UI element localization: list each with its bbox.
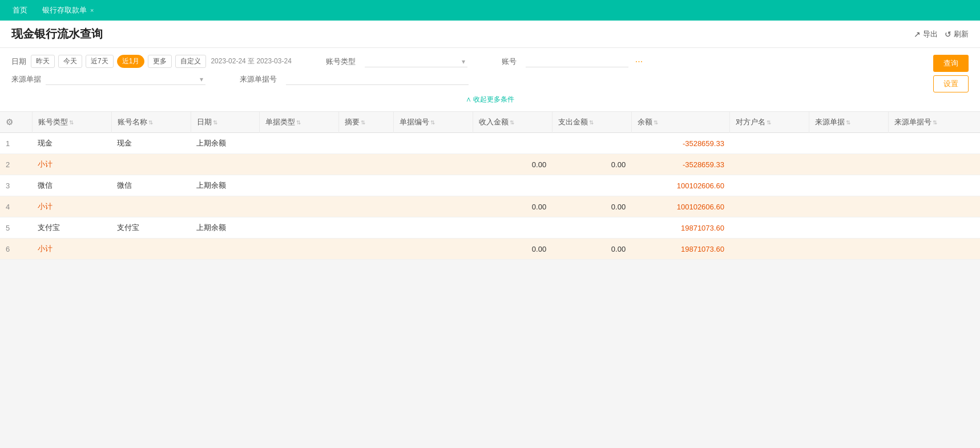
page-header: 现金银行流水查询 ↗ 导出 ↺ 刷新 [0, 21, 980, 48]
source-doc-select-wrapper [46, 74, 205, 85]
date-option-btn[interactable]: 近1月 [117, 55, 145, 68]
table-cell: 上期余额 [191, 175, 260, 196]
account-more-btn[interactable]: ··· [635, 56, 643, 67]
export-button[interactable]: ↗ 导出 [914, 29, 938, 39]
table-cell [473, 133, 552, 154]
nav-home[interactable]: 首页 [5, 0, 35, 21]
table-header-cell[interactable]: 来源单据⇅ [809, 112, 889, 133]
table-header-cell[interactable]: 单据类型⇅ [260, 112, 339, 133]
table-cell [339, 175, 393, 196]
table-cell [809, 175, 889, 196]
table-cell: -3528659.33 [631, 133, 730, 154]
source-doc-no-label: 来源单据号 [240, 74, 277, 84]
date-option-btn[interactable]: 自定义 [175, 55, 206, 68]
table-cell [730, 154, 809, 175]
table-cell: 3 [0, 175, 32, 196]
account-type-select-wrapper: 现金 微信 支付宝 [365, 56, 467, 67]
account-type-select[interactable]: 现金 微信 支付宝 [365, 56, 467, 67]
query-button[interactable]: 查询 [933, 55, 969, 72]
table-cell [809, 133, 889, 154]
table-header-cell[interactable]: 单据编号⇅ [393, 112, 473, 133]
table-header-cell[interactable]: 账号名称⇅ [111, 112, 191, 133]
tab-close-icon[interactable]: × [90, 7, 94, 14]
date-range-text: 2023-02-24 至 2023-03-24 [211, 56, 291, 66]
sort-icon: ⇅ [846, 119, 850, 126]
filter-main-row: 日期 昨天今天近7天近1月更多自定义 2023-02-24 至 2023-03-… [11, 55, 969, 92]
sort-icon: ⇅ [510, 119, 514, 126]
gear-icon[interactable]: ⚙ [6, 117, 13, 127]
refresh-button[interactable]: ↺ 刷新 [945, 29, 969, 39]
table-cell: 0.00 [473, 239, 552, 260]
sort-icon: ⇅ [296, 119, 301, 126]
account-input[interactable] [526, 56, 628, 67]
table-container: ⚙账号类型⇅账号名称⇅日期⇅单据类型⇅摘要⇅单据编号⇅收入金额⇅支出金额⇅余额⇅… [0, 112, 980, 260]
table-cell [339, 217, 393, 239]
table-cell: 19871073.60 [631, 217, 730, 239]
table-cell: 5 [0, 217, 32, 239]
source-doc-select[interactable] [46, 74, 205, 85]
table-row: 1现金现金上期余额-3528659.33 [0, 133, 980, 154]
export-icon: ↗ [914, 30, 921, 39]
table-header-cell[interactable]: 账号类型⇅ [32, 112, 111, 133]
table-cell: 现金 [32, 133, 111, 154]
table-header-cell[interactable]: 收入金额⇅ [473, 112, 552, 133]
right-buttons: 查询 设置 [933, 55, 969, 92]
date-option-btn[interactable]: 今天 [58, 55, 82, 68]
table-cell: 1 [0, 133, 32, 154]
table-cell [889, 154, 980, 175]
table-cell [889, 133, 980, 154]
table-cell [191, 239, 260, 260]
table-cell [260, 196, 339, 217]
table-cell: 上期余额 [191, 217, 260, 239]
table-cell: 小计 [32, 196, 111, 217]
setting-button[interactable]: 设置 [933, 75, 969, 92]
source-doc-no-input[interactable] [286, 74, 469, 85]
table-cell: 小计 [32, 154, 111, 175]
table-cell [111, 196, 191, 217]
table-cell [393, 196, 473, 217]
table-cell: 现金 [111, 133, 191, 154]
filter-row-2: 来源单据 来源单据号 [11, 74, 933, 85]
sort-icon: ⇅ [361, 119, 365, 126]
nav-tab[interactable]: 银行存取款单× [35, 0, 115, 21]
filter-row-1: 日期 昨天今天近7天近1月更多自定义 2023-02-24 至 2023-03-… [11, 55, 933, 68]
table-header-cell[interactable]: 对方户名⇅ [730, 112, 809, 133]
sort-icon: ⇅ [148, 119, 153, 126]
table-cell: 微信 [32, 175, 111, 196]
refresh-icon: ↺ [945, 30, 951, 39]
collapse-bar[interactable]: ∧ 收起更多条件 [11, 92, 969, 107]
table-header: ⚙账号类型⇅账号名称⇅日期⇅单据类型⇅摘要⇅单据编号⇅收入金额⇅支出金额⇅余额⇅… [0, 112, 980, 133]
table-cell [111, 154, 191, 175]
filter-area: 日期 昨天今天近7天近1月更多自定义 2023-02-24 至 2023-03-… [0, 48, 980, 112]
sort-icon: ⇅ [933, 119, 937, 126]
filter-left: 日期 昨天今天近7天近1月更多自定义 2023-02-24 至 2023-03-… [11, 55, 933, 91]
date-option-btn[interactable]: 更多 [148, 55, 172, 68]
table-cell [191, 196, 260, 217]
sort-icon: ⇅ [430, 119, 435, 126]
table-cell: 4 [0, 196, 32, 217]
table-header-cell[interactable]: 支出金额⇅ [552, 112, 631, 133]
table-cell: 小计 [32, 239, 111, 260]
table-cell [339, 133, 393, 154]
table-cell: -3528659.33 [631, 154, 730, 175]
table-header-cell[interactable]: 来源单据号⇅ [889, 112, 980, 133]
table-cell [730, 133, 809, 154]
table-header-cell[interactable]: 摘要⇅ [339, 112, 393, 133]
table-cell: 0.00 [473, 196, 552, 217]
table-cell: 2 [0, 154, 32, 175]
table-body: 1现金现金上期余额-3528659.332小计0.000.00-3528659.… [0, 133, 980, 260]
date-option-btn[interactable]: 近7天 [86, 55, 114, 68]
date-option-btn[interactable]: 昨天 [31, 55, 55, 68]
table-cell [111, 239, 191, 260]
table-cell: 0.00 [552, 196, 631, 217]
table-cell [473, 175, 552, 196]
page-title: 现金银行流水查询 [11, 26, 103, 42]
account-label: 账号 [502, 56, 517, 67]
table-row: 6小计0.000.0019871073.60 [0, 239, 980, 260]
table-header-cell[interactable]: 日期⇅ [191, 112, 260, 133]
sort-icon: ⇅ [767, 119, 771, 126]
table-header-cell[interactable]: 余额⇅ [631, 112, 730, 133]
table-cell [339, 154, 393, 175]
table-cell: 19871073.60 [631, 239, 730, 260]
table-row: 3微信微信上期余额100102606.60 [0, 175, 980, 196]
